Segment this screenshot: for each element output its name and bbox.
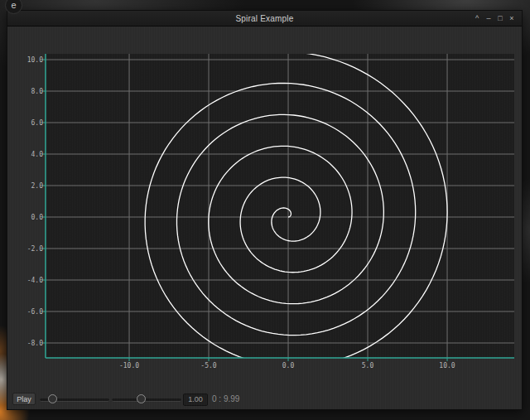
position-slider[interactable] (38, 392, 111, 407)
plot-background (46, 54, 514, 358)
time-range-label: 0 : 9.99 (212, 394, 239, 403)
close-icon[interactable]: × (506, 11, 518, 26)
x-tick-label: -5.0 (200, 362, 216, 369)
play-button[interactable]: Play (12, 393, 36, 405)
speed-slider-handle[interactable] (137, 394, 146, 403)
maximize-icon[interactable]: □ (494, 11, 506, 26)
y-tick-label: -4.0 (27, 277, 43, 284)
speed-value-field[interactable]: 1.00 (183, 393, 208, 406)
y-tick-label: -6.0 (27, 308, 43, 316)
window-title: Spiral Example (235, 14, 293, 23)
minimize-icon[interactable]: – (483, 11, 494, 26)
window-controls: ^ – □ × (471, 11, 518, 26)
y-tick-label: -2.0 (27, 245, 43, 253)
speed-slider[interactable] (110, 392, 183, 407)
x-tick-label: 0.0 (282, 362, 295, 369)
spiral-example-window: Spiral Example ^ – □ × 10.08.06.04.02.00… (7, 10, 523, 410)
toolbar: Play 1.00 0 : 9.99 (12, 391, 517, 408)
x-tick-label: -10.0 (119, 362, 139, 369)
spiral-plot-canvas[interactable]: 10.08.06.04.02.00.0-2.0-4.0-6.0-8.0-10.0… (7, 27, 522, 409)
y-tick-label: -8.0 (27, 340, 43, 347)
titlebar[interactable]: Spiral Example ^ – □ × (7, 11, 522, 27)
shade-icon[interactable]: ^ (471, 11, 483, 26)
y-tick-label: 10.0 (27, 56, 43, 64)
speed-slider-track[interactable] (112, 398, 181, 402)
y-tick-label: 0.0 (31, 214, 44, 221)
y-tick-label: 8.0 (31, 88, 44, 95)
window-content: 10.08.06.04.02.00.0-2.0-4.0-6.0-8.0-10.0… (7, 27, 522, 409)
x-tick-label: 5.0 (362, 362, 374, 369)
position-slider-handle[interactable] (48, 394, 57, 403)
y-tick-label: 6.0 (31, 119, 44, 127)
x-tick-label: 10.0 (439, 362, 455, 369)
y-tick-label: 4.0 (31, 151, 44, 158)
y-tick-label: 2.0 (31, 182, 44, 190)
